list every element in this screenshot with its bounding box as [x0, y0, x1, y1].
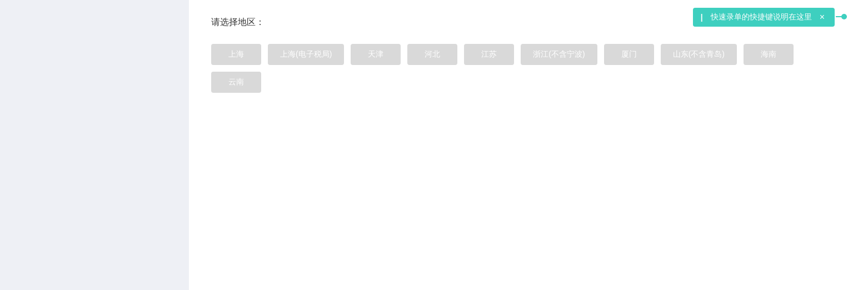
tooltip-close-button[interactable]: ×	[820, 12, 825, 22]
region-button-5[interactable]: 浙江(不含宁波)	[521, 44, 597, 65]
region-button-1[interactable]: 上海(电子税局)	[268, 44, 344, 65]
region-button-2[interactable]: 天津	[351, 44, 401, 65]
region-button-8[interactable]: 海南	[744, 44, 794, 65]
region-button-6[interactable]: 厦门	[604, 44, 654, 65]
main-content: 请选择地区： 上海上海(电子税局)天津河北江苏浙江(不含宁波)厦门山东(不含青岛…	[189, 0, 868, 290]
region-button-4[interactable]: 江苏	[464, 44, 514, 65]
tooltip-text: 快速录单的快捷键说明在这里	[711, 12, 812, 22]
region-button-7[interactable]: 山东(不含青岛)	[661, 44, 737, 65]
region-buttons: 上海上海(电子税局)天津河北江苏浙江(不含宁波)厦门山东(不含青岛)海南云南	[211, 44, 846, 93]
tooltip-dot	[841, 14, 847, 19]
tooltip-banner: 快速录单的快捷键说明在这里 ×	[693, 8, 835, 27]
region-button-3[interactable]: 河北	[407, 44, 457, 65]
sidebar	[0, 0, 189, 290]
region-button-0[interactable]: 上海	[211, 44, 261, 65]
region-button-9[interactable]: 云南	[211, 72, 261, 93]
